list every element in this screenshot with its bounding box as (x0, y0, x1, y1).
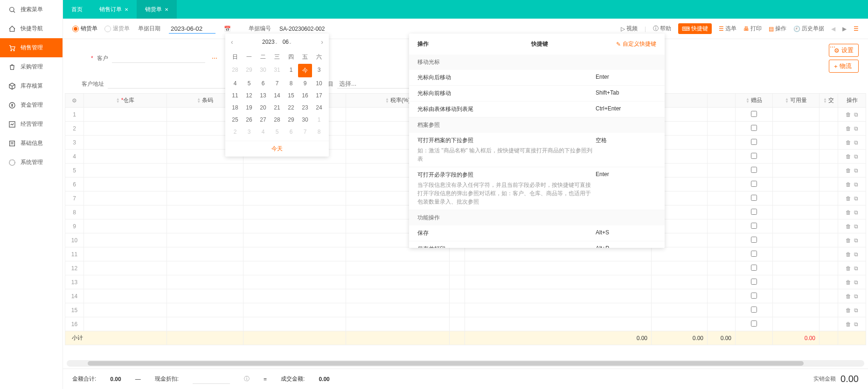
cal-day[interactable]: 3 (312, 64, 326, 77)
gift-checkbox[interactable] (751, 167, 757, 173)
sidebar-system[interactable]: 系统管理 (0, 153, 62, 172)
table-row[interactable]: 12 🗑⧉ (65, 261, 866, 275)
cal-day-other[interactable]: 29 (242, 64, 256, 77)
copy-icon[interactable]: ⧉ (854, 307, 858, 314)
cal-day[interactable]: 20 (256, 102, 270, 114)
cash-discount-input[interactable] (193, 375, 230, 384)
table-row[interactable]: 11 🗑⧉ (65, 247, 866, 261)
copy-icon[interactable]: ⧉ (854, 237, 858, 244)
select-link[interactable]: ☰选单 (719, 25, 736, 33)
sidebar-sales[interactable]: 销售管理 (0, 38, 62, 57)
cal-day[interactable]: 10 (312, 77, 326, 89)
tab-home[interactable]: 首页 (63, 0, 91, 19)
gift-checkbox[interactable] (751, 195, 757, 201)
calendar-icon[interactable]: 📅 (224, 26, 231, 32)
cal-year[interactable]: 2023⌄ (262, 39, 278, 45)
copy-icon[interactable]: ⧉ (854, 251, 858, 258)
cal-day[interactable]: 17 (312, 89, 326, 102)
copy-icon[interactable]: ⧉ (854, 265, 858, 272)
history-link[interactable]: 🕘历史单据 (793, 25, 824, 33)
delete-icon[interactable]: 🗑 (846, 293, 851, 300)
col-gift[interactable]: ▲▼赠品 (736, 94, 773, 108)
tab-sales-order[interactable]: 销售订单✕ (91, 0, 137, 19)
cal-day[interactable]: 30 (298, 114, 312, 126)
gift-checkbox[interactable] (751, 209, 757, 215)
radio-return[interactable]: 退货单 (104, 25, 130, 33)
more-icon[interactable]: ⋯ (212, 55, 217, 61)
cal-day[interactable]: 6 (256, 77, 270, 89)
table-row[interactable]: 14 🗑⧉ (65, 289, 866, 303)
table-row[interactable]: 13 🗑⧉ (65, 275, 866, 289)
col-available[interactable]: ▲▼可用量 (773, 94, 819, 108)
cal-day[interactable]: 9 (298, 77, 312, 89)
close-icon[interactable]: ✕ (125, 7, 128, 12)
help-icon[interactable]: ⓘ (244, 375, 250, 383)
cal-day[interactable]: 16 (298, 89, 312, 102)
customer-input[interactable] (112, 54, 205, 63)
cal-day[interactable]: 11 (228, 89, 242, 102)
row-more-icon[interactable]: ⋯ (830, 44, 835, 50)
horizontal-scrollbar[interactable] (67, 360, 864, 367)
menu-icon[interactable]: ☰ (854, 26, 859, 32)
cal-next[interactable]: › (321, 38, 323, 46)
cal-day[interactable]: 8 (284, 77, 298, 89)
cal-day-other[interactable]: 30 (256, 64, 270, 77)
sidebar-search[interactable]: 搜索菜单 (0, 0, 62, 19)
cal-day[interactable]: 14 (270, 89, 284, 102)
sidebar-finance[interactable]: 资金管理 (0, 96, 62, 115)
gift-checkbox[interactable] (751, 153, 757, 159)
copy-icon[interactable]: ⧉ (854, 293, 858, 300)
help-link[interactable]: ⓘ帮助 (653, 25, 671, 33)
delete-icon[interactable]: 🗑 (846, 209, 851, 216)
delete-icon[interactable]: 🗑 (846, 167, 851, 174)
table-row[interactable]: 16 🗑⧉ (65, 317, 866, 331)
delete-icon[interactable]: 🗑 (846, 125, 851, 132)
copy-icon[interactable]: ⧉ (854, 209, 858, 216)
cal-day[interactable]: 24 (312, 102, 326, 114)
gift-checkbox[interactable] (751, 223, 757, 229)
sidebar-business[interactable]: 经营管理 (0, 115, 62, 134)
cal-day[interactable]: 7 (270, 77, 284, 89)
gift-checkbox[interactable] (751, 251, 757, 257)
print-link[interactable]: 🖶打印 (743, 25, 762, 33)
cal-day[interactable]: 13 (256, 89, 270, 102)
delete-icon[interactable]: 🗑 (846, 111, 851, 118)
copy-icon[interactable]: ⧉ (854, 181, 858, 188)
cal-day[interactable]: 28 (270, 114, 284, 126)
col-warehouse[interactable]: ▲▼*仓库 (84, 94, 167, 108)
copy-icon[interactable]: ⧉ (854, 223, 858, 230)
cal-day[interactable]: 25 (228, 114, 242, 126)
sidebar-inventory[interactable]: 库存核算 (0, 76, 62, 96)
gift-checkbox[interactable] (751, 139, 757, 145)
scrollbar-thumb[interactable] (88, 361, 804, 366)
cal-day-other[interactable]: 4 (256, 126, 270, 138)
cal-day[interactable]: 1 (284, 64, 298, 77)
col-gear[interactable]: ⚙ (65, 94, 84, 108)
shortcut-button[interactable]: ⌨快捷键 (678, 23, 712, 34)
copy-icon[interactable]: ⧉ (854, 125, 858, 132)
project-input[interactable] (337, 79, 420, 89)
cal-day-other[interactable]: 7 (298, 126, 312, 138)
cal-day-other[interactable]: 1 (312, 114, 326, 126)
chevron-left-icon[interactable]: ◀ (831, 26, 835, 32)
copy-icon[interactable]: ⧉ (854, 153, 858, 160)
cal-day-today[interactable]: 今 (298, 64, 312, 77)
doc-date-input[interactable] (169, 24, 215, 34)
cal-prev[interactable]: ‹ (231, 38, 233, 46)
cal-day[interactable]: 15 (284, 89, 298, 102)
close-icon[interactable]: ✕ (165, 7, 168, 12)
sidebar-basic[interactable]: 基础信息 (0, 134, 62, 153)
cal-day[interactable]: 18 (228, 102, 242, 114)
cal-day-other[interactable]: 28 (228, 64, 242, 77)
col-deliver[interactable]: ▲▼交 (819, 94, 838, 108)
cal-month[interactable]: 06⌄ (283, 39, 292, 45)
delete-icon[interactable]: 🗑 (846, 181, 851, 188)
delete-icon[interactable]: 🗑 (846, 153, 851, 160)
delete-icon[interactable]: 🗑 (846, 223, 851, 230)
video-link[interactable]: ▷视频 (621, 25, 638, 33)
gift-checkbox[interactable] (751, 111, 757, 117)
chevron-right-icon[interactable]: ▶ (842, 26, 847, 32)
gift-checkbox[interactable] (751, 279, 757, 285)
cal-day[interactable]: 27 (256, 114, 270, 126)
gift-checkbox[interactable] (751, 125, 757, 131)
